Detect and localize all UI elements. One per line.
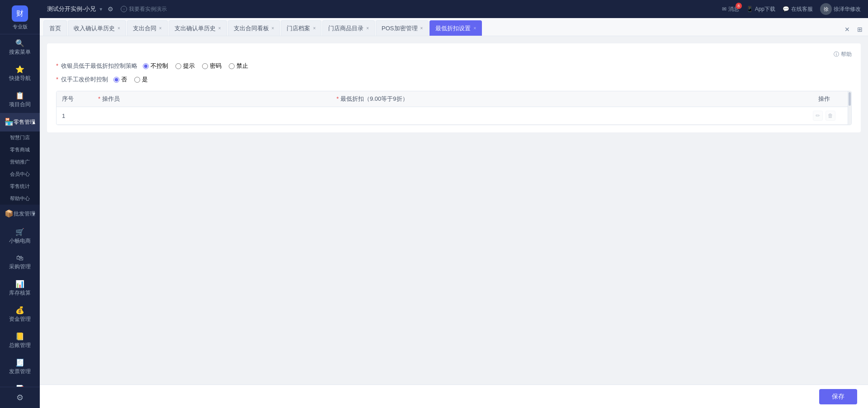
policy-radio-remind[interactable] [175,63,181,69]
sidebar-item-shortcuts[interactable]: ⭐ 快捷导航 [0,61,40,87]
tab-close-icon[interactable]: × [366,26,369,31]
tab-label: 支出确认单历史 [175,24,216,33]
col-discount-header: * 最低折扣（9.00等于9折） [331,91,797,107]
sidebar-item-capital[interactable]: 💰 资金管理 [0,301,40,328]
tab-payment-board[interactable]: 支出合同看板 × [228,20,280,36]
policy-radio-no-control[interactable] [143,63,149,69]
sidebar-item-ecommerce[interactable]: 🛒 小畅电商 [0,223,40,249]
tab-label: 最低折扣设置 [435,24,471,33]
manual-option-no[interactable]: 否 [113,75,127,84]
tab-label: 首页 [49,24,61,33]
tab-close-icon[interactable]: × [420,26,423,31]
tab-close-icon[interactable]: × [118,26,120,31]
tab-close-icon[interactable]: × [313,26,316,31]
sidebar-item-ledger[interactable]: 📒 总账管理 [0,328,40,354]
sidebar-item-purchase[interactable]: 🛍 采购管理 [0,249,40,275]
tab-home[interactable]: 首页 [43,20,67,36]
sidebar-item-tax[interactable]: 📑 税务管理 [0,380,40,387]
tab-pos-pwd[interactable]: POS加密管理 × [376,20,429,36]
manual-option-yes[interactable]: 是 [134,75,148,84]
sidebar-item-smart-store[interactable]: 智慧门店 [0,131,40,144]
sidebar-nav: 🔍 搜索菜单 ⭐ 快捷导航 📋 项目合同 🏪 零售管理 ▲ 智慧门店 零售商城 … [0,34,40,387]
batch-icon: 📦 [5,209,14,218]
sidebar-item-label: 总账管理 [9,342,31,349]
sidebar-item-label: 发票管理 [9,368,31,375]
tab-menu-button[interactable]: ⊞ [855,25,864,34]
project-selector[interactable]: 测试分开实例-小兄 ▼ [47,5,103,13]
app-download-button[interactable]: 📱 App下载 [746,5,775,13]
manual-radio-yes[interactable] [134,77,140,83]
row-delete-button[interactable]: 🗑 [826,111,835,121]
tab-close-icon[interactable]: × [272,26,274,31]
page-content: ⓘ 帮助 * 收银员低于最低折扣控制策略 不控制 提示 [40,36,868,385]
table-row: 1 ✏ 🗑 [57,107,851,125]
policy-option-password[interactable]: 密码 [202,62,222,70]
online-service-label: 在线客服 [791,5,813,13]
sidebar-item-inventory[interactable]: 📊 库存核算 [0,275,40,301]
demo-circle-icon: ○ [121,6,127,12]
policy-radio-password[interactable] [202,63,208,69]
sidebar-item-project-contract[interactable]: 📋 项目合同 [0,87,40,113]
sidebar-item-label: 库存核算 [9,289,31,297]
chevron-right-icon: ▼ [32,211,36,216]
tab-income-confirm[interactable]: 收入确认单历史 × [68,20,126,36]
tab-close-icon[interactable]: × [473,26,476,31]
sidebar-item-marketing[interactable]: 营销推广 [0,156,40,168]
settings-card: ⓘ 帮助 * 收银员低于最低折扣控制策略 不控制 提示 [47,43,861,132]
tab-store-file[interactable]: 门店档案 × [281,20,321,36]
download-icon: 📱 [746,6,753,12]
project-dropdown-icon: ▼ [99,7,103,12]
bottom-bar: 保存 [40,385,868,408]
manual-radio-no[interactable] [113,77,119,83]
tab-payment-confirm[interactable]: 支出确认单历史 × [169,20,227,36]
policy-option-remind[interactable]: 提示 [175,62,195,70]
purchase-icon: 🛍 [16,254,24,262]
manual-option-label: 否 [121,75,127,84]
online-service-button[interactable]: 💬 在线客服 [783,5,813,13]
row-seq: 1 [57,109,93,123]
sidebar-item-label: 搜索菜单 [9,48,31,56]
policy-option-forbid[interactable]: 禁止 [229,62,248,70]
tab-close-icon[interactable]: × [159,26,162,31]
policy-option-no-control[interactable]: 不控制 [143,62,168,70]
star-icon: ⭐ [15,65,24,74]
retail-icon: 🏪 [5,117,14,126]
message-button[interactable]: ✉ 消息 8 [722,5,739,13]
help-icon: ⓘ [834,51,839,58]
sidebar-sub-label: 零售商城 [10,146,30,153]
policy-radio-group: 不控制 提示 密码 禁止 [143,62,248,70]
tabbar-actions: ✕ ⊞ [843,25,864,36]
demo-text: 我要看实例演示 [129,5,167,13]
sidebar-item-retail-stats[interactable]: 零售统计 [0,180,40,192]
tab-store-product[interactable]: 门店商品目录 × [322,20,375,36]
sidebar-item-member-center[interactable]: 会员中心 [0,168,40,180]
row-actions: ✏ 🗑 [797,107,851,124]
tab-min-discount[interactable]: 最低折扣设置 × [429,20,482,36]
sidebar-item-retail-mall[interactable]: 零售商城 [0,144,40,156]
sidebar-item-label: 项目合同 [9,101,31,108]
tab-close-icon[interactable]: × [218,26,221,31]
row-edit-button[interactable]: ✏ [813,111,823,121]
sidebar-item-retail-mgmt[interactable]: 🏪 零售管理 ▲ [0,113,40,131]
demo-link[interactable]: ○ 我要看实例演示 [121,5,167,13]
invoice-icon: 🧾 [15,358,24,367]
topbar-right: ✉ 消息 8 📱 App下载 💬 在线客服 徐 徐泽华修改 [722,3,861,15]
sidebar-item-batch-mgmt[interactable]: 📦 批发管理 ▼ [0,205,40,223]
settings-icon[interactable]: ⚙ [16,393,24,403]
policy-radio-forbid[interactable] [229,63,235,69]
table-header: 序号 * 操作员 * 最低折扣（9.00等于9折） 操作 [57,91,851,107]
policy-option-label: 提示 [183,62,195,70]
user-menu[interactable]: 徐 徐泽华修改 [820,3,861,15]
tabbar: 首页 收入确认单历史 × 支出合同 × 支出确认单历史 × 支出合同看板 × 门… [40,18,868,36]
help-link[interactable]: ⓘ 帮助 [834,51,852,58]
capital-icon: 💰 [15,306,24,314]
chevron-down-icon: ▲ [32,120,36,125]
tab-label: 支出合同 [133,24,156,33]
sidebar-item-search[interactable]: 🔍 搜索菜单 [0,34,40,61]
save-button[interactable]: 保存 [819,389,857,404]
sidebar-item-help-center[interactable]: 帮助中心 [0,192,40,205]
tab-payment-contract[interactable]: 支出合同 × [127,20,168,36]
close-tab-button[interactable]: ✕ [843,25,852,34]
sidebar-item-invoice[interactable]: 🧾 发票管理 [0,354,40,380]
topbar-gear-icon[interactable]: ⚙ [108,5,113,13]
